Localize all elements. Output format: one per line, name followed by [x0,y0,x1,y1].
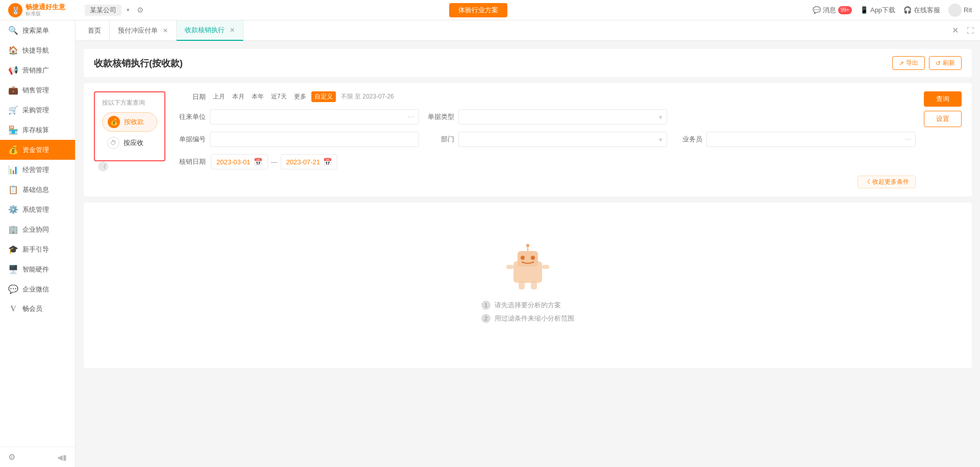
sidebar-item-smart-hw[interactable]: 🖥️ 智能硬件 [0,259,75,279]
svg-point-2 [521,256,525,260]
topbar-center: 体验行业方案 [149,3,807,17]
main-layout: 🔍 搜索菜单 🏠 快捷导航 📢 营销推广 💼 销售管理 🛒 采购管理 🏪 库存核… [0,20,980,467]
filter-option-by-receivable[interactable]: ⏱ 按应收 [102,134,157,152]
online-service-label: 在线客服 [914,6,940,15]
tab-receivable-close[interactable]: ✕ [230,27,235,34]
refresh-button[interactable]: ↺ 刷新 [929,56,962,70]
filter-scheme-title: 按以下方案查询 [102,99,157,107]
filter-cell-voucher-no: 单据编号 [178,132,419,147]
page-title-actions: ↗ 导出 ↺ 刷新 [892,56,962,70]
date-btn-this-month[interactable]: 本月 [230,91,247,102]
tab-home[interactable]: 首页 [80,20,110,41]
tab-close-all-icon[interactable]: ✕ [950,23,961,37]
voucher-type-label: 单据类型 [426,112,454,121]
date-btn-7days[interactable]: 近7天 [269,91,289,102]
svg-point-3 [531,256,535,260]
sidebar-item-system[interactable]: ⚙️ 系统管理 [0,200,75,219]
salesperson-input-wrapper[interactable]: ··· [706,132,916,147]
app-name: 畅捷通好生意 [26,3,65,11]
hint-text-2: 用过滤条件来缩小分析范围 [495,314,574,323]
sidebar-item-vip[interactable]: V 畅会员 [0,299,75,318]
store-icon: 🏪 [8,125,18,135]
query-button[interactable]: 查询 [924,91,962,107]
tab-prepay-close[interactable]: ✕ [163,27,168,34]
salesperson-input[interactable] [711,136,904,143]
briefcase-icon: 💼 [8,85,18,95]
sidebar-settings-icon[interactable]: ⚙ [8,452,15,462]
date-btn-last-month[interactable]: 上月 [211,91,227,102]
company-name[interactable]: 某某公司 [85,5,121,16]
filter-settings-button[interactable]: 设置 [924,111,962,127]
refresh-label: 刷新 [943,59,955,67]
app-download-item[interactable]: 📱 App下载 [860,6,895,15]
voucher-type-select[interactable]: ▾ [458,109,668,125]
tab-receivable-label: 收款核销执行 [185,26,225,35]
messages-badge: 99+ [838,6,852,14]
counterparty-input-wrapper[interactable]: ··· [210,109,419,125]
counterparty-input[interactable] [214,113,407,121]
topbar-right: 💬 消息 99+ 📱 App下载 🎧 在线客服 Rit [813,4,972,17]
solution-button[interactable]: 体验行业方案 [449,3,507,17]
vip-icon: V [8,304,18,313]
sidebar-item-wechat[interactable]: 💬 企业微信 [0,279,75,299]
page-title: 收款核销执行(按收款) [94,57,183,69]
date-btn-this-year[interactable]: 本年 [250,91,266,102]
svg-rect-9 [531,281,537,289]
empty-hint-1: 1 请先选择要分析的方案 [481,301,574,310]
sidebar-item-enterprise[interactable]: 🏢 企业协同 [0,219,75,239]
sidebar-item-sales[interactable]: 💼 销售管理 [0,80,75,100]
filter-main-content: 日期 上月 本月 本年 近7天 更多 自定义 不限 至 2023-07-26 [178,91,962,188]
svg-rect-6 [506,265,513,269]
filter-verify-date-row: 核销日期 2023-03-01 📅 — 2023-07-21 [178,154,916,169]
system-icon: ⚙️ [8,205,18,214]
sidebar-item-inventory[interactable]: 🏪 库存核算 [0,120,75,140]
tab-prepay[interactable]: 预付冲应付单 ✕ [110,20,177,41]
page-content: 收款核销执行(按收款) ↗ 导出 ↺ 刷新 按以下方 [76,41,980,467]
online-service-item[interactable]: 🎧 在线客服 [903,6,940,15]
collapse-more-btn[interactable]: 《 收起更多条件 [857,176,916,188]
sidebar-label-basic-info: 基础信息 [22,185,49,194]
sidebar-collapse-icon[interactable]: ◀▮ [57,453,67,461]
sidebar-item-operations[interactable]: 📊 经营管理 [0,160,75,180]
verify-date-from-value: 2023-03-01 [216,158,251,166]
message-icon: 💬 [813,6,821,14]
sidebar-item-purchase[interactable]: 🛒 采购管理 [0,100,75,120]
date-btn-more[interactable]: 更多 [292,91,308,102]
sidebar-item-basic-info[interactable]: 📋 基础信息 [0,180,75,200]
department-select[interactable]: ▾ [458,132,668,147]
receivable-icon: ⏱ [107,137,119,149]
voucher-no-label: 单据编号 [178,135,206,144]
salesperson-dots[interactable]: ··· [904,135,911,144]
empty-svg [502,243,553,294]
tab-prepay-label: 预付冲应付单 [118,26,158,35]
tab-receivable[interactable]: 收款核销执行 ✕ [177,20,243,41]
sidebar-label-finance: 资金管理 [22,145,49,155]
voucher-type-dropdown-icon: ▾ [659,113,663,121]
export-icon: ↗ [899,60,904,67]
date-separator: — [271,158,278,166]
company-dropdown-icon[interactable]: ▾ [127,7,130,13]
counterparty-dots[interactable]: ··· [407,112,414,121]
sidebar-item-quick-nav[interactable]: 🏠 快捷导航 [0,40,75,60]
finance-icon: 💰 [8,145,18,155]
collapse-more-wrapper: 《 收起更多条件 [178,174,916,188]
sidebar-item-beginner[interactable]: 🎓 新手引导 [0,239,75,259]
filter-option-by-receipt-label: 按收款 [124,117,144,127]
cart-icon: 🛒 [8,105,18,115]
sidebar-label-search: 搜索菜单 [22,26,49,35]
sidebar-item-marketing[interactable]: 📢 营销推广 [0,60,75,80]
sidebar-item-finance[interactable]: 💰 资金管理 [0,140,75,160]
date-btn-custom[interactable]: 自定义 [311,91,336,102]
export-button[interactable]: ↗ 导出 [892,56,925,70]
verify-date-from[interactable]: 2023-03-01 📅 [211,154,268,169]
messages-item[interactable]: 💬 消息 99+ [813,6,852,15]
sidebar-label-sales: 销售管理 [22,86,49,95]
filter-option-by-receipt[interactable]: 💰 按收款 [102,112,157,132]
verify-date-to[interactable]: 2023-07-21 📅 [281,154,338,169]
voucher-no-input[interactable] [210,132,419,147]
tab-expand-icon[interactable]: ⛶ [965,24,976,37]
filter-panel-collapse-arrow[interactable]: 《 [98,161,108,171]
user-item[interactable]: Rit [948,4,972,17]
settings-gear-icon[interactable]: ⚙ [137,6,143,15]
sidebar-item-search-menu[interactable]: 🔍 搜索菜单 [0,20,75,40]
